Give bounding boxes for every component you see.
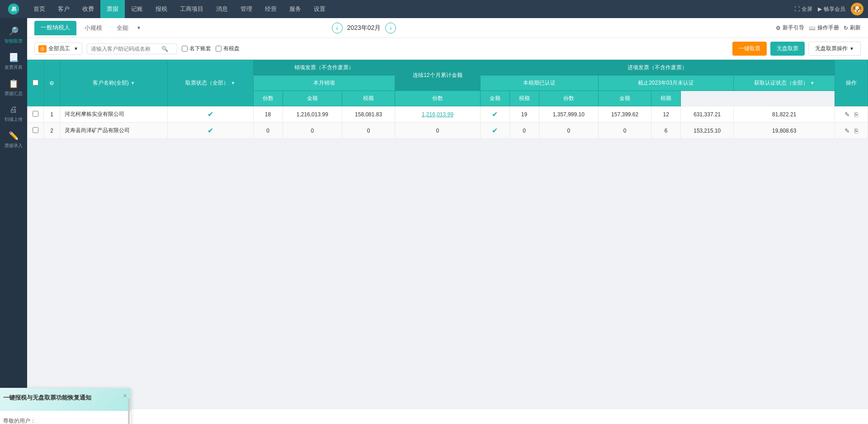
notif-close-btn[interactable]: × [123,392,127,400]
employee-filter[interactable]: 全 全部员工 ▼ [34,43,82,55]
tab-all-ability[interactable]: 全能 [110,21,135,35]
table-row: 1 河北柯摩栋实业有限公司 ✔ 18 1,216,013.99 158,081.… [28,106,868,123]
manual-btn[interactable]: 📖 操作手册 [809,24,839,32]
row-cert-status-1: ✔ [480,123,509,139]
nav-operation[interactable]: 经营 [259,0,283,18]
scan-upload-icon: 🖨 [9,105,18,114]
table-row: 2 灵寿县尚泽矿产品有限公司 ✔ 0 0 0 0 ✔ 0 0 0 6 153,2… [28,123,868,139]
period-next-btn[interactable]: › [385,23,396,33]
row-sales-amount-0: 1,216,013.99 [283,106,342,123]
member-btn[interactable]: ▶ 畅享会员 [818,5,845,13]
row-sales-amount-1: 0 [283,123,342,139]
fullscreen-btn[interactable]: ⛶ 全屏 [794,5,812,13]
th-cert-tax: 税额 [509,91,539,106]
logo: 易 [5,0,23,18]
nav-business[interactable]: 工商项目 [174,0,210,18]
period-prev-btn[interactable]: ‹ [332,23,343,33]
tab-all-chevron: ▼ [137,25,141,30]
sidebar-item-issue-invoice[interactable]: 📃 发票开具 [1,49,26,74]
search-icon[interactable]: 🔍 [161,46,168,52]
th-purchase-invoice: 进项发票（不含作废票） [480,60,835,76]
no-disk-fetch-btn[interactable]: 无盘取票 [770,42,805,56]
row-fetch-status-0: ✔ [168,106,253,123]
filter-right-btns: 一键取票 无盘取票 无盘取票操作 ▼ [732,42,861,56]
row-uncert-count-0: 12 [651,106,681,123]
notif-header: 一键报税与无盘取票功能恢复通知 [0,388,131,411]
row-cert-count-0: 19 [509,106,539,123]
customer-filter-icon[interactable]: ▼ [131,81,135,86]
nav-manage[interactable]: 管理 [234,0,259,18]
nav-items: 首页 客户 收费 票据 记账 报税 工商项目 消息 管理 经营 服务 设置 [27,0,794,18]
edit-icon-1[interactable]: ✎ [844,127,850,134]
row-index-0: 1 [44,106,60,123]
nav-customer[interactable]: 客户 [52,0,76,18]
nav-bookkeeping[interactable]: 记账 [125,0,149,18]
th-settings: ⚙ [44,60,60,106]
employee-tag: 全 [38,45,47,52]
refresh-btn[interactable]: ↻ 刷新 [844,24,861,32]
sidebar-item-scan-upload[interactable]: 🖨 扫描上传 [1,101,26,126]
table-container: ⚙ 客户名称(全部) ▼ 取票状态（全部） ▼ [27,60,868,409]
sidebar-item-invoice-summary[interactable]: 📋 票据汇总 [1,75,26,100]
th-fetch-status: 取票状态（全部） ▼ [168,60,253,106]
row-uncert-tax-0: 81,822.21 [734,106,835,123]
fetch-status-filter-icon[interactable]: ▼ [231,81,235,86]
tax-disk-checkbox[interactable]: 有税盘 [216,45,240,52]
nav-message[interactable]: 消息 [210,0,234,18]
new-guide-btn[interactable]: ⚙ 新手引导 [776,24,804,32]
row-cumulative-1: 0 [395,123,480,139]
row-sales-count-0: 18 [253,106,283,123]
smart-fetch-icon: 🔎 [9,26,19,36]
new-guide-icon: ⚙ [776,25,781,31]
edit-icon-0[interactable]: ✎ [844,111,850,118]
row-checkbox-0[interactable] [28,106,44,123]
row-uncert-count-1: 6 [651,123,681,139]
th-uncert-tax: 税额 [651,91,681,106]
row-cert-tax-0: 157,399.62 [599,106,651,123]
row-sales-tax-1: 0 [342,123,395,139]
copy-icon-1[interactable]: ⎘ [854,127,858,134]
notif-greeting: 尊敬的用户： [3,416,123,424]
layout: 🔎 智能取票 📃 发票开具 📋 票据汇总 🖨 扫描上传 ✏️ 票据录入 一般纳税… [0,18,868,424]
th-sales-tax: 税额 [342,91,395,106]
select-all-checkbox[interactable] [33,80,38,86]
settings-icon[interactable]: ⚙ [49,80,54,86]
tab-bar-right: ⚙ 新手引导 📖 操作手册 ↻ 刷新 [776,24,861,32]
employee-chevron: ▼ [74,46,78,51]
manual-icon: 📖 [809,25,816,31]
th-customer: 客户名称(全部) ▼ [60,60,168,106]
sidebar-item-smart-fetch[interactable]: 🔎 智能取票 [1,23,26,48]
no-disk-ops-btn[interactable]: 无盘取票操作 ▼ [808,42,861,56]
th-sales-count: 份数 [253,91,283,106]
sidebar: 🔎 智能取票 📃 发票开具 📋 票据汇总 🖨 扫描上传 ✏️ 票据录入 [0,18,27,424]
notif-body: 尊敬的用户： 江苏政务网已恢复访问电子税务局功能，易代账一键登陆电子税务局与无盘… [0,411,131,424]
one-key-fetch-btn[interactable]: 一键取票 [732,42,767,56]
user-avatar[interactable]: 🐶 [851,3,863,15]
nav-tax[interactable]: 报税 [149,0,174,18]
row-uncert-amount-0: 631,337.21 [681,106,734,123]
notif-title: 一键报税与无盘取票功能恢复通知 [3,394,123,402]
nav-home[interactable]: 首页 [27,0,52,18]
refresh-icon: ↻ [844,25,848,31]
copy-icon-0[interactable]: ⎘ [854,111,858,118]
row-checkbox-1[interactable] [28,123,44,139]
cert-status-filter-icon[interactable]: ▼ [810,81,815,86]
tab-bar: 一般纳税人 小规模 全能 ▼ ‹ 2023年02月 › ⚙ 新手引导 📖 [27,18,868,38]
sidebar-item-invoice-entry[interactable]: ✏️ 票据录入 [1,127,26,152]
row-cert-tax-1: 0 [599,123,651,139]
nav-right: ⛶ 全屏 ▶ 畅享会员 🐶 [794,3,863,15]
nav-settings[interactable]: 设置 [307,0,332,18]
my-account-checkbox[interactable]: 名下账套 [182,45,211,52]
tab-general-taxpayer[interactable]: 一般纳税人 [34,21,76,35]
th-uncert-march: 截止2023年03月未认证 [599,76,734,91]
row-cert-amount-0: 1,357,999.10 [539,106,599,123]
customer-search[interactable]: 🔍 [87,43,177,54]
svg-text:易: 易 [11,6,16,12]
nav-invoice[interactable]: 票据 [100,0,125,18]
tab-small-scale[interactable]: 小规模 [78,21,108,35]
row-sales-count-1: 0 [253,123,283,139]
search-input[interactable] [91,46,159,52]
notif-scrollbar[interactable] [128,398,130,424]
nav-service[interactable]: 服务 [283,0,307,18]
nav-fee[interactable]: 收费 [76,0,100,18]
